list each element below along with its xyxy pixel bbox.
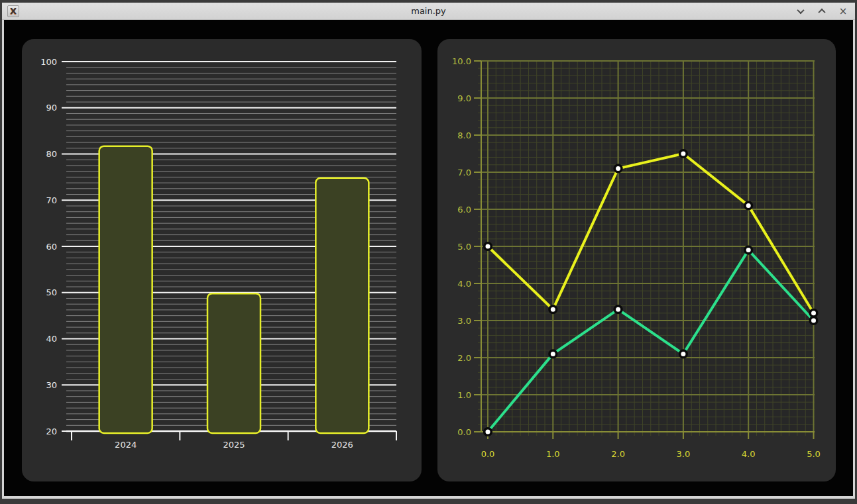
svg-text:2024: 2024 [115,440,137,450]
svg-text:90: 90 [46,103,57,113]
svg-text:60: 60 [46,242,57,252]
line-chart: 0.01.02.03.04.05.00.01.02.03.04.05.06.07… [437,39,836,481]
svg-text:4.0: 4.0 [457,279,471,289]
chevron-up-icon [818,9,825,16]
svg-text:2025: 2025 [223,440,245,450]
svg-text:1.0: 1.0 [546,449,560,459]
bar-chart: 2030405060708090100202420252026 [22,39,422,481]
minimize-button[interactable] [795,6,806,17]
maximize-button[interactable] [817,6,827,17]
svg-text:9.0: 9.0 [457,93,471,103]
svg-text:3.0: 3.0 [457,316,471,326]
svg-text:2.0: 2.0 [457,353,471,363]
chevron-down-icon [797,7,804,14]
svg-text:7.0: 7.0 [457,168,471,177]
svg-text:100: 100 [40,57,57,67]
svg-text:2.0: 2.0 [611,449,625,459]
svg-text:8.0: 8.0 [457,130,471,140]
svg-text:5.0: 5.0 [807,449,821,459]
client-area: 2030405060708090100202420252026 0.01.02.… [4,20,853,496]
titlebar[interactable]: X main.py × [2,3,855,20]
line-chart-panel: 0.01.02.03.04.05.00.01.02.03.04.05.06.07… [437,39,836,481]
svg-text:0.0: 0.0 [481,449,495,459]
svg-text:80: 80 [46,149,57,159]
svg-text:6.0: 6.0 [457,205,471,215]
svg-text:30: 30 [46,380,57,390]
window-title: main.py [2,3,855,20]
svg-text:50: 50 [46,287,57,297]
close-icon: × [839,6,848,17]
close-button[interactable]: × [838,6,848,17]
svg-text:2026: 2026 [331,440,353,450]
svg-text:5.0: 5.0 [457,242,471,252]
window-controls: × [795,3,848,20]
bar-chart-panel: 2030405060708090100202420252026 [22,39,422,481]
svg-text:10.0: 10.0 [452,56,471,66]
svg-text:40: 40 [46,334,57,344]
svg-text:1.0: 1.0 [457,390,471,400]
svg-text:70: 70 [46,195,57,205]
svg-text:20: 20 [46,427,57,436]
svg-text:4.0: 4.0 [742,449,756,459]
window-frame: X main.py × 2030405060708090100202420252… [0,0,857,504]
svg-text:3.0: 3.0 [677,449,691,459]
window-border: X main.py × 2030405060708090100202420252… [2,3,855,499]
svg-text:0.0: 0.0 [457,427,471,437]
